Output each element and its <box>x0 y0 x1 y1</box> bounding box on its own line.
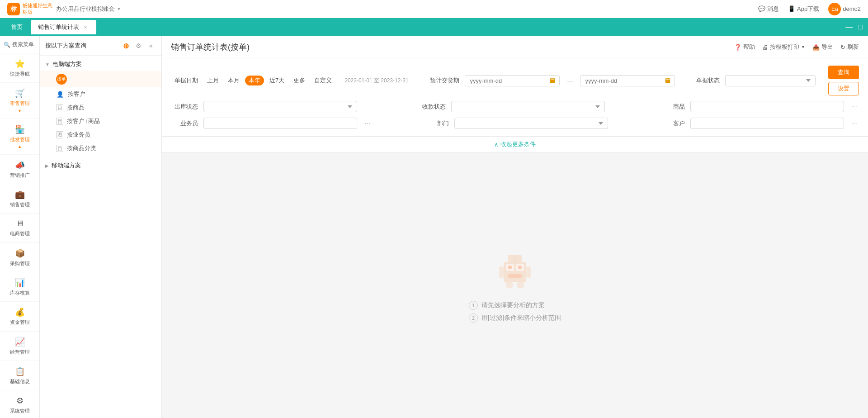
template-print-btn[interactable]: 🖨 按模板打印 ▼ <box>762 43 805 51</box>
chevron-left-icon: « <box>149 42 153 49</box>
add-scheme-btn[interactable]: ⊕ <box>121 41 131 51</box>
search-label: 搜索菜单 <box>12 41 34 48</box>
help-btn[interactable]: ❓ 帮助 <box>734 43 755 51</box>
date-tab-more[interactable]: 更多 <box>290 76 309 86</box>
filter-row-2: 出库状态 收款状态 商品 ··· <box>171 101 859 112</box>
gear-icon: ⚙ <box>136 42 142 49</box>
goods-more-btn[interactable]: ··· <box>849 103 859 111</box>
retail-icon: 🛒 <box>15 88 25 98</box>
expected-date-start[interactable] <box>465 75 560 86</box>
empty-hint-2: 2 用[过滤]条件来缩小分析范围 <box>469 314 561 323</box>
export-icon: 📤 <box>812 44 820 51</box>
sidebar-item-system[interactable]: ⚙ 系统管理 <box>0 390 39 418</box>
message-label: 消息 <box>767 5 779 13</box>
payment-label: 收款状态 <box>419 103 446 111</box>
plus-icon: ⊕ <box>123 42 129 50</box>
department-select[interactable] <box>454 118 608 129</box>
expected-date-label: 预计交货期 <box>423 76 459 85</box>
status-select[interactable] <box>725 75 816 86</box>
sidebar-item-inventory[interactable]: 📊 库存核算 <box>0 272 39 302</box>
department-label: 部门 <box>431 119 449 128</box>
page-title: 销售订单统计表(按单) <box>171 42 250 52</box>
finance-icon: 💰 <box>15 307 25 317</box>
hint-text-2: 用[过滤]条件来缩小分析范围 <box>481 314 561 322</box>
sidebar-item-operation[interactable]: 📈 经营管理 <box>0 332 39 361</box>
tree-child-by-customer-goods[interactable]: 目 按客户+商品 <box>40 114 161 128</box>
tree-section-pc: ▼ 电脑端方案 按单 👤 按客户 目 按商品 <box>40 56 161 157</box>
date-tab-this-year[interactable]: 本年 <box>245 76 264 86</box>
tab-maximize-btn[interactable]: □ <box>858 23 863 31</box>
goods-input[interactable] <box>690 101 844 112</box>
scheme-settings-btn[interactable]: ⚙ <box>133 41 143 51</box>
refresh-btn[interactable]: ↻ 刷新 <box>840 43 859 51</box>
right-panel: 销售订单统计表(按单) ❓ 帮助 🖨 按模板打印 ▼ 📤 导出 <box>162 36 868 418</box>
message-btn[interactable]: 💬 消息 <box>758 5 779 13</box>
tab-minimize-btn[interactable]: — <box>845 23 853 31</box>
customer-more-btn[interactable]: ··· <box>849 119 859 128</box>
left-panel-header: 按以下方案查询 ⊕ ⚙ « <box>40 36 161 56</box>
tree-parent-pc[interactable]: ▼ 电脑端方案 <box>40 57 161 71</box>
payment-select[interactable] <box>451 101 605 112</box>
sidebar-item-basic-info[interactable]: 📋 基础信息 <box>0 361 39 390</box>
collapse-panel-btn[interactable]: « <box>146 41 156 51</box>
sidebar-item-retail[interactable]: 🛒 零售管理 ▼ <box>0 83 39 119</box>
sidebar-item-purchase[interactable]: 📦 采购管理 <box>0 243 39 272</box>
staff-more-btn[interactable]: ··· <box>363 119 372 128</box>
customer-input[interactable] <box>690 118 844 129</box>
tree-child-by-customer[interactable]: 👤 按客户 <box>40 87 161 101</box>
wholesale-icon: 🏪 <box>15 124 25 134</box>
active-indicator: 按单 <box>56 74 67 85</box>
tree-section-mobile: ▶ 移动端方案 <box>40 157 161 174</box>
sidebar-item-shortcut[interactable]: ⭐ 快捷导航 <box>0 53 39 83</box>
expected-date-end[interactable] <box>580 75 675 86</box>
by-staff-label: 按业务员 <box>67 131 90 139</box>
sidebar-item-ecommerce[interactable]: 🖥 电商管理 <box>0 214 39 242</box>
print-chevron: ▼ <box>801 45 805 49</box>
query-btn[interactable]: 查询 <box>828 66 859 79</box>
top-bar: 标 畅捷通好生意 标版 办公用品行业模拟账套 ▼ 💬 消息 📱 App下载 Ea… <box>0 0 868 18</box>
sales-stats-tab[interactable]: 销售订单统计表 × <box>31 20 96 34</box>
purchase-label: 采购管理 <box>10 260 30 266</box>
sidebar-item-sales[interactable]: 💼 销售管理 <box>0 184 39 214</box>
collapse-bar[interactable]: ∧ 收起更多条件 <box>162 137 868 152</box>
settings-btn[interactable]: 设置 <box>828 82 859 95</box>
sidebar-search[interactable]: 🔍 搜索菜单 <box>0 36 39 53</box>
tree-child-by-staff[interactable]: 图 按业务员 <box>40 128 161 142</box>
inventory-label: 库存核算 <box>10 290 30 296</box>
goods-icon: 目 <box>56 104 63 111</box>
tree-child-by-category[interactable]: 目 按商品分类 <box>40 142 161 155</box>
app-download-btn[interactable]: 📱 App下载 <box>788 5 819 13</box>
date-tab-this-month[interactable]: 本月 <box>224 76 243 86</box>
refresh-label: 刷新 <box>847 43 859 51</box>
export-btn[interactable]: 📤 导出 <box>812 43 833 51</box>
left-panel: 按以下方案查询 ⊕ ⚙ « ▼ 电脑端方案 <box>40 36 162 418</box>
data-area: 1 请先选择要分析的方案 2 用[过滤]条件来缩小分析范围 <box>162 152 868 418</box>
content-area: 按以下方案查询 ⊕ ⚙ « ▼ 电脑端方案 <box>40 36 868 418</box>
tree-child-by-order[interactable]: 按单 <box>40 71 161 87</box>
sidebar-item-wholesale[interactable]: 🏪 批发管理 ▲ <box>0 119 39 155</box>
date-tab-last-month[interactable]: 上月 <box>203 76 222 86</box>
home-tab[interactable]: 首页 <box>4 20 30 34</box>
staff-input[interactable] <box>203 118 357 129</box>
tab-close-icon[interactable]: × <box>82 24 89 31</box>
marketing-label: 营销推广 <box>10 172 30 178</box>
delivery-label: 出库状态 <box>171 103 198 111</box>
ecommerce-icon: 🖥 <box>16 219 24 228</box>
date-separator: — <box>567 77 573 84</box>
export-label: 导出 <box>821 43 833 51</box>
by-goods-label: 按商品 <box>67 104 85 112</box>
retail-label: 零售管理 <box>10 100 30 106</box>
sidebar-item-marketing[interactable]: 📣 营销推广 <box>0 155 39 184</box>
sidebar-item-finance[interactable]: 💰 资金管理 <box>0 302 39 331</box>
date-tab-custom[interactable]: 自定义 <box>311 76 335 86</box>
tree-child-by-goods[interactable]: 目 按商品 <box>40 101 161 114</box>
date-tab-7days[interactable]: 近7天 <box>266 76 288 86</box>
sales-icon: 💼 <box>15 190 25 200</box>
user-menu[interactable]: Ea demo2 <box>828 3 861 15</box>
help-icon: ❓ <box>734 44 741 51</box>
by-category-label: 按商品分类 <box>67 144 96 152</box>
delivery-select[interactable] <box>203 101 357 112</box>
company-selector[interactable]: 办公用品行业模拟账套 ▼ <box>56 5 121 13</box>
customer-goods-icon: 目 <box>56 118 63 125</box>
tree-parent-mobile[interactable]: ▶ 移动端方案 <box>40 159 161 172</box>
